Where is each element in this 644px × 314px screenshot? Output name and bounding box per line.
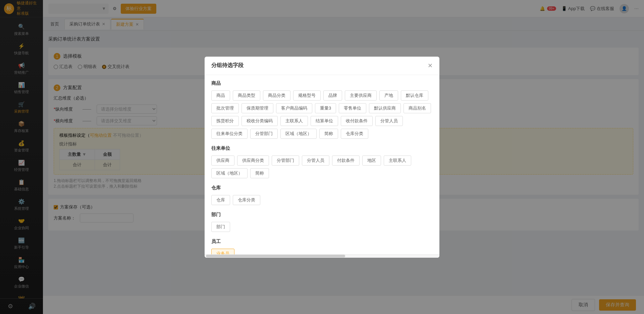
tag-product-21[interactable]: 往来单位分类 — [211, 129, 248, 139]
tag-partner-4[interactable]: 付款条件 — [332, 155, 360, 166]
tag-product-5[interactable]: 主要供应商 — [345, 90, 377, 101]
tag-product-23[interactable]: 区域（地区） — [280, 129, 317, 139]
tag-product-14[interactable]: 商品别名 — [404, 103, 431, 113]
section-partner-title: 往来单位 — [211, 145, 433, 151]
section-product-tags: 商品 商品类型 商品分类 规格型号 品牌 主要供应商 产地 默认仓库 批次管理 … — [211, 90, 433, 139]
tag-product-0[interactable]: 商品 — [211, 90, 230, 101]
tag-product-12[interactable]: 零售单位 — [339, 103, 366, 113]
modal-body: 商品 商品 商品类型 商品分类 规格型号 品牌 主要供应商 产地 默认仓库 批次… — [205, 75, 439, 254]
tag-product-9[interactable]: 保质期管理 — [241, 103, 273, 113]
section-department-title: 部门 — [211, 212, 433, 218]
tag-product-19[interactable]: 收付款条件 — [341, 116, 373, 126]
tag-warehouse-0[interactable]: 仓库 — [211, 195, 230, 205]
tag-partner-7[interactable]: 区域（地区） — [211, 168, 248, 178]
section-employee-tags: 业务员 — [211, 249, 433, 254]
tag-product-1[interactable]: 商品类型 — [233, 90, 260, 101]
tag-product-20[interactable]: 分管人员 — [375, 116, 403, 126]
tag-product-24[interactable]: 简称 — [319, 129, 338, 139]
modal: 分组待选字段 ✕ 商品 商品 商品类型 商品分类 规格型号 品牌 主要供应商 产… — [205, 57, 439, 258]
tag-product-22[interactable]: 分管部门 — [250, 129, 278, 139]
tag-product-4[interactable]: 品牌 — [323, 90, 342, 101]
tag-partner-2[interactable]: 分管部门 — [272, 155, 299, 166]
section-employee: 员工 业务员 — [211, 239, 433, 254]
tag-product-15[interactable]: 拣货积分 — [211, 116, 239, 126]
tag-department-0[interactable]: 部门 — [211, 222, 230, 232]
tag-partner-8[interactable]: 简称 — [250, 168, 269, 178]
modal-scrollbar-thumb — [206, 255, 345, 257]
section-partner: 往来单位 供应商 供应商分类 分管部门 分管人员 付款条件 地区 主联系人 区域… — [211, 145, 433, 178]
tag-partner-5[interactable]: 地区 — [362, 155, 381, 166]
section-product-title: 商品 — [211, 80, 433, 86]
tag-partner-6[interactable]: 主联系人 — [384, 155, 411, 166]
tag-product-6[interactable]: 产地 — [379, 90, 398, 101]
section-department: 部门 部门 — [211, 212, 433, 232]
tag-product-10[interactable]: 客户商品编码 — [276, 103, 312, 113]
tag-product-25[interactable]: 仓库分类 — [341, 129, 368, 139]
tag-product-7[interactable]: 默认仓库 — [401, 90, 428, 101]
tag-product-2[interactable]: 商品分类 — [263, 90, 290, 101]
tag-partner-0[interactable]: 供应商 — [211, 155, 234, 166]
tag-product-3[interactable]: 规格型号 — [293, 90, 321, 101]
section-product: 商品 商品 商品类型 商品分类 规格型号 品牌 主要供应商 产地 默认仓库 批次… — [211, 80, 433, 139]
modal-scrollbar[interactable] — [205, 254, 439, 258]
modal-close-button[interactable]: ✕ — [428, 62, 433, 69]
section-employee-title: 员工 — [211, 239, 433, 245]
tag-employee-0[interactable]: 业务员 — [211, 249, 234, 254]
tag-product-16[interactable]: 税收分类编码 — [241, 116, 278, 126]
tag-product-17[interactable]: 主联系人 — [280, 116, 308, 126]
section-partner-tags: 供应商 供应商分类 分管部门 分管人员 付款条件 地区 主联系人 区域（地区） … — [211, 155, 433, 178]
section-warehouse-title: 仓库 — [211, 185, 433, 191]
section-warehouse-tags: 仓库 仓库分类 — [211, 195, 433, 205]
section-department-tags: 部门 — [211, 222, 433, 232]
modal-title: 分组待选字段 — [211, 62, 244, 69]
tag-warehouse-1[interactable]: 仓库分类 — [233, 195, 260, 205]
tag-product-11[interactable]: 重量3 — [315, 103, 336, 113]
tag-partner-3[interactable]: 分管人员 — [302, 155, 329, 166]
modal-header: 分组待选字段 ✕ — [205, 57, 439, 75]
section-warehouse: 仓库 仓库 仓库分类 — [211, 185, 433, 205]
tag-product-8[interactable]: 批次管理 — [211, 103, 239, 113]
modal-overlay: 分组待选字段 ✕ 商品 商品 商品类型 商品分类 规格型号 品牌 主要供应商 产… — [0, 0, 644, 314]
tag-partner-1[interactable]: 供应商分类 — [237, 155, 269, 166]
tag-product-18[interactable]: 结算单位 — [311, 116, 338, 126]
tag-product-13[interactable]: 默认供应商 — [369, 103, 401, 113]
